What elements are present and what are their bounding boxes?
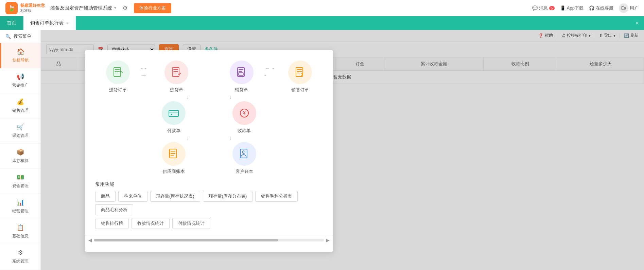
app-download-label: App下载	[567, 5, 584, 11]
tab-home[interactable]: 首页	[0, 16, 23, 30]
inventory-label: 库存核算	[12, 158, 29, 164]
func-btn-partner[interactable]: 往来单位	[118, 191, 147, 202]
user-name: 用户	[630, 5, 639, 11]
arrow-pi-down: ↓	[229, 134, 232, 142]
user-area[interactable]: Ea 用户	[619, 3, 639, 13]
sidebar-item-purchase[interactable]: 🛒 采购管理	[0, 119, 40, 144]
purchase-icon: 🛒	[17, 123, 24, 131]
purchase-label: 采购管理	[12, 133, 29, 139]
content-area: ❓ 帮助 🖨 按模板打印 ▾ ⬆ 导出 ▾ 🔄 刷新	[41, 30, 644, 270]
flow-node-payment-out[interactable]: 付款单	[150, 101, 197, 134]
search-icon: 🔍	[5, 34, 11, 39]
trial-button[interactable]: 体验行业方案	[134, 3, 171, 13]
customer-ledger-label: 客户账本	[236, 168, 253, 175]
sidebar-item-inventory[interactable]: 📦 库存核算	[0, 144, 40, 169]
tab-close-icon[interactable]: ×	[66, 21, 69, 25]
user-avatar: Ea	[619, 3, 628, 13]
func-btn-sales-profit[interactable]: 销售毛利分析表	[255, 191, 298, 202]
scroll-thumb	[94, 239, 278, 241]
tab-bar: 首页 销售订单执行表 × ×	[0, 16, 644, 30]
arrow-so-to-sr: ← - -	[264, 65, 277, 89]
func-buttons-row2: 销售排行榜 收款情况统计 付款情况统计	[95, 218, 323, 229]
quick-nav-label: 快捷导航	[13, 57, 29, 63]
svg-rect-1	[172, 68, 179, 76]
search-menu-label: 搜索菜单	[14, 33, 31, 39]
system-dropdown-icon[interactable]: ▾	[114, 6, 116, 10]
app-download-button[interactable]: 📱 App下载	[560, 5, 584, 11]
app-container: 🍃 畅康通好生意 标准版 装备及固定资产辅助管理系统 ▾ ⚙ 体验行业方案 💬 …	[0, 0, 644, 270]
payment-out-icon	[162, 101, 186, 125]
sidebar-item-finance[interactable]: 💵 资金管理	[0, 169, 40, 194]
sale-receipt-label: 销货单	[235, 87, 248, 93]
sales-icon: 💰	[17, 98, 24, 106]
tab-sales-order[interactable]: 销售订单执行表 ×	[23, 16, 76, 30]
sale-order-label: 销售订单	[291, 87, 309, 93]
quick-nav-icon: 🏠	[17, 48, 24, 55]
flow-node-purchase-order[interactable]: 进货订单	[95, 60, 141, 93]
purchase-receipt-icon	[164, 60, 188, 84]
flow-section: 进货订单 - - →	[85, 50, 333, 178]
svg-point-4	[171, 114, 172, 115]
svg-point-13	[242, 151, 245, 154]
supplier-ledger-icon	[162, 142, 186, 166]
sidebar-item-ops[interactable]: 📊 经营管理	[0, 194, 40, 219]
arrow-pr-down: ↓	[186, 93, 189, 101]
marketing-icon: 📢	[17, 73, 24, 80]
svg-rect-3	[169, 112, 178, 113]
func-btn-goods[interactable]: 商品	[95, 191, 116, 202]
func-btn-stock-dist[interactable]: 现存量(库存分布表)	[203, 191, 253, 202]
window-close-button[interactable]: ×	[630, 16, 644, 30]
func-btn-goods-profit[interactable]: 商品毛利分析	[95, 204, 133, 215]
ops-icon: 📊	[17, 199, 24, 206]
system-icon: ⚙	[18, 249, 23, 256]
scroll-area: ◀ ▶	[85, 235, 333, 245]
svg-rect-0	[114, 68, 121, 76]
sidebar-item-base[interactable]: 📋 基础信息	[0, 219, 40, 244]
scroll-track[interactable]	[94, 239, 324, 241]
base-label: 基础信息	[12, 233, 29, 239]
flow-node-sale-order[interactable]: 销售订单	[277, 60, 323, 93]
settings-button[interactable]: ⚙	[120, 3, 130, 13]
arrow-po-to-pr: - - →	[141, 65, 154, 89]
sale-order-icon	[288, 60, 312, 84]
scroll-left-button[interactable]: ◀	[88, 237, 92, 243]
search-menu-item[interactable]: 🔍 搜索菜单	[0, 30, 40, 43]
message-label: 消息	[539, 5, 548, 11]
logo-icon: 🍃	[5, 2, 18, 14]
sidebar-item-sales[interactable]: 💰 销售管理	[0, 93, 40, 119]
tab-home-label: 首页	[7, 20, 16, 26]
svg-rect-6	[169, 150, 170, 157]
finance-label: 资金管理	[12, 183, 29, 189]
sidebar-item-quick-nav[interactable]: 🏠 快捷导航	[0, 43, 40, 68]
func-btn-sales-rank[interactable]: 销售排行榜	[95, 218, 129, 229]
scroll-right-button[interactable]: ▶	[326, 237, 330, 243]
quick-nav-modal: 进货订单 - - →	[85, 50, 333, 252]
func-btn-stock-status[interactable]: 现存量(库存状况表)	[150, 191, 200, 202]
flow-node-sale-receipt[interactable]: 销货单	[219, 60, 264, 93]
flow-node-supplier-ledger[interactable]: 供应商账本	[150, 142, 197, 175]
svg-rect-8	[239, 73, 243, 75]
flow-node-purchase-receipt[interactable]: 进货单	[154, 60, 199, 93]
sidebar-item-system[interactable]: ⚙ 系统管理	[0, 244, 40, 269]
purchase-order-label: 进货订单	[109, 87, 127, 93]
func-btn-receipt-stats[interactable]: 收款情况统计	[132, 218, 170, 229]
purchase-receipt-label: 进货单	[170, 87, 183, 93]
sale-receipt-icon	[230, 60, 254, 84]
system-name-text: 装备及固定资产辅助管理系统	[50, 5, 112, 11]
message-badge: 5	[549, 6, 555, 10]
sales-label: 销售管理	[12, 108, 29, 113]
payment-out-label: 付款单	[167, 128, 180, 134]
svg-text:¥: ¥	[243, 110, 246, 115]
common-functions-section: 常用功能 商品 往来单位 现存量(库存状况表) 现存量(库存分布表) 销售毛利分…	[85, 178, 333, 235]
sidebar: 🔍 搜索菜单 🏠 快捷导航 📢 营销推广 💰 销售管理 🛒 采购管理 📦	[0, 30, 41, 270]
sidebar-item-marketing[interactable]: 📢 营销推广	[0, 68, 40, 93]
flow-node-customer-ledger[interactable]: 客户账本	[221, 142, 268, 175]
func-btn-payment-stats[interactable]: 付款情况统计	[172, 218, 210, 229]
main-area: 🔍 搜索菜单 🏠 快捷导航 📢 营销推广 💰 销售管理 🛒 采购管理 📦	[0, 30, 644, 270]
supplier-ledger-label: 供应商账本	[163, 168, 185, 175]
online-service-button[interactable]: 🎧 在线客服	[589, 5, 613, 11]
message-button[interactable]: 💬 消息 5	[532, 5, 555, 11]
flow-node-payment-in[interactable]: ¥ 收款单	[221, 101, 268, 134]
common-title: 常用功能	[95, 181, 323, 187]
top-header: 🍃 畅康通好生意 标准版 装备及固定资产辅助管理系统 ▾ ⚙ 体验行业方案 💬 …	[0, 0, 644, 16]
